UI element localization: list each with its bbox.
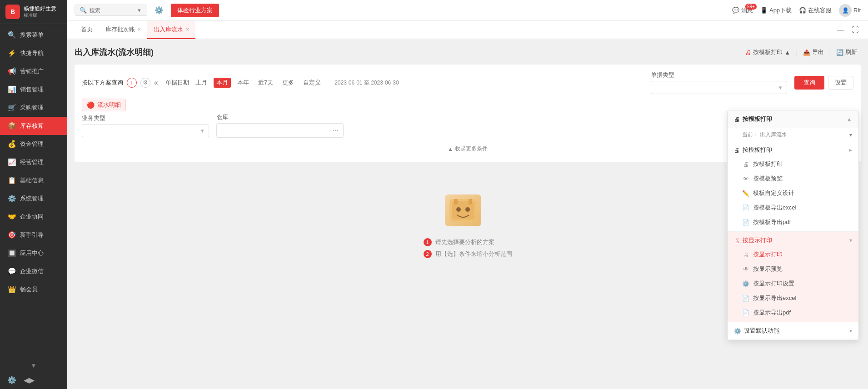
dropdown-collapse-arrow[interactable]: ▲: [846, 116, 852, 123]
sidebar-item-operations[interactable]: 📈 经营管理: [0, 153, 67, 171]
dropdown-header: 🖨 按模板打印 ▲: [728, 110, 858, 128]
display-print-section: 🖨 按显示打印 ▾ 🖨 按显示打印 👁 按显: [728, 232, 858, 322]
sidebar-item-sales[interactable]: 📊 销售管理: [0, 80, 67, 99]
sidebar-item-marketing[interactable]: 📢 营销推广: [0, 62, 67, 80]
sidebar-item-finance[interactable]: 💰 资金管理: [0, 135, 67, 153]
default-section-header[interactable]: ⚙️ 设置默认功能 ▾: [728, 324, 858, 338]
template-excel-item[interactable]: 📄 按模板导出excel: [728, 200, 858, 215]
sales-icon: 📊: [7, 85, 16, 94]
sidebar-item-label-inventory: 库存核算: [20, 122, 44, 130]
sidebar-item-quick-nav[interactable]: ⚡ 快捷导航: [0, 44, 67, 62]
topbar-search-box[interactable]: 🔍 ▾: [75, 5, 147, 16]
sidebar-item-guide[interactable]: 🎯 新手引导: [0, 226, 67, 244]
topbar-gear-icon[interactable]: ⚙️: [155, 6, 164, 15]
maximize-tab-btn[interactable]: ⛶: [850, 24, 861, 36]
trial-industry-button[interactable]: 体验行业方案: [171, 4, 219, 17]
filter-collapse-button[interactable]: «: [154, 79, 158, 87]
sidebar-scroll-down[interactable]: ▼: [0, 360, 67, 371]
date-shortcut-this-month[interactable]: 本月: [214, 78, 231, 88]
display-settings-label: 按显示打印设置: [753, 279, 794, 288]
search-dropdown-btn[interactable]: ▾: [138, 7, 141, 14]
template-excel-label: 按模板导出excel: [753, 204, 796, 212]
template-print-item[interactable]: 🖨 按模板打印: [728, 157, 858, 171]
sidebar-logo: B 畅捷通好生意 标准版: [0, 0, 67, 24]
display-settings-item[interactable]: ⚙️ 按显示打印设置: [728, 276, 858, 291]
business-type-select[interactable]: ▾: [82, 124, 209, 137]
empty-icon: [445, 194, 490, 231]
display-pdf-label: 按显示导出pdf: [753, 309, 791, 317]
topbar-right: 💬 消息 99+ 📱 App下载 🎧 在线客服 👤 Rit: [732, 4, 861, 17]
search-input[interactable]: [90, 7, 135, 14]
app-logo-icon: B: [5, 5, 20, 19]
filter-label-text: 按以下方案查询: [82, 79, 123, 87]
sidebar-nav: 🔍 搜索菜单 ⚡ 快捷导航 📢 营销推广 📊 销售管理 🛒 采购管理 📦 库存核…: [0, 24, 67, 360]
print-template-button[interactable]: 🖨 按模板打印 ▲: [742, 46, 794, 58]
messages-button[interactable]: 💬 消息 99+: [732, 6, 753, 15]
setting-button[interactable]: 设置: [828, 76, 853, 90]
tab-home[interactable]: 首页: [75, 21, 99, 39]
filter-add-button[interactable]: +: [127, 78, 137, 88]
default-function-section: ⚙️ 设置默认功能 ▾: [728, 322, 858, 340]
sidebar-item-system[interactable]: ⚙️ 系统管理: [0, 190, 67, 208]
doc-type-select[interactable]: ▾: [651, 81, 787, 94]
sidebar-item-search[interactable]: 🔍 搜索菜单: [0, 26, 67, 44]
collapse-conditions-button[interactable]: ▲ 收起更多条件: [448, 145, 488, 153]
display-section-title: 🖨 按显示打印: [734, 236, 772, 244]
export-button[interactable]: 📤 导出: [799, 46, 828, 58]
date-shortcut-this-year[interactable]: 本年: [234, 78, 252, 88]
guide-icon: 🎯: [7, 230, 16, 239]
tip-num-1: 1: [424, 238, 432, 246]
collapse-sidebar-icon[interactable]: ◀▶: [24, 376, 35, 384]
display-preview-icon: 👁: [742, 265, 749, 273]
date-shortcut-custom[interactable]: 自定义: [300, 78, 324, 88]
empty-icon-box: [445, 194, 481, 226]
tab-flow-close[interactable]: ×: [186, 26, 189, 33]
online-service-button[interactable]: 🎧 在线客服: [799, 6, 832, 15]
minimize-tab-btn[interactable]: —: [835, 24, 846, 36]
empty-tip-2: 2 用【选】条件来缩小分析范围: [424, 250, 512, 258]
refresh-button[interactable]: 🔄 刷新: [833, 46, 861, 58]
template-print-icon: 🖨: [742, 160, 749, 168]
display-section-label: 按显示打印: [743, 236, 772, 244]
query-button[interactable]: 查询: [794, 76, 824, 90]
sidebar-item-collab[interactable]: 🤝 企业协同: [0, 208, 67, 226]
display-pdf-item[interactable]: 📄 按显示导出pdf: [728, 305, 858, 320]
sidebar-bottom: ⚙️ ◀▶: [0, 371, 67, 389]
display-preview-item[interactable]: 👁 按显示预览: [728, 262, 858, 276]
date-shortcut-more[interactable]: 更多: [279, 78, 297, 88]
sidebar-item-purchase[interactable]: 🛒 采购管理: [0, 99, 67, 117]
tabs-bar: 首页 库存批次账 × 出入库流水 × — ⛶: [67, 21, 868, 39]
sidebar-item-inventory[interactable]: 📦 库存核算: [0, 117, 67, 135]
warehouse-select[interactable]: ···: [216, 123, 344, 138]
sidebar-item-label-sales: 销售管理: [20, 85, 44, 94]
sidebar-item-appcenter[interactable]: 🔲 应用中心: [0, 244, 67, 262]
template-section-header[interactable]: 🖨 按模板打印 ▸: [728, 143, 858, 157]
print-dropdown-arrow[interactable]: ▲: [784, 49, 790, 56]
page-title: 出入库流水(流水明细): [75, 47, 154, 58]
template-custom-label: 模板自定义设计: [753, 189, 794, 197]
tab-batch[interactable]: 库存批次账 ×: [99, 21, 147, 39]
template-preview-item[interactable]: 👁 按模板预览: [728, 171, 858, 186]
warehouse-more[interactable]: ···: [333, 126, 339, 135]
tab-flow[interactable]: 出入库流水 ×: [147, 21, 195, 39]
sidebar-item-member[interactable]: 👑 畅会员: [0, 280, 67, 299]
settings-icon[interactable]: ⚙️: [7, 376, 16, 384]
display-section-header[interactable]: 🖨 按显示打印 ▾: [728, 234, 858, 247]
sidebar-item-basic[interactable]: 📋 基础信息: [0, 171, 67, 190]
template-pdf-item[interactable]: 📄 按模板导出pdf: [728, 215, 858, 229]
template-section-label: 按模板打印: [743, 146, 772, 154]
tab-batch-close[interactable]: ×: [138, 26, 141, 33]
app-download-button[interactable]: 📱 App下载: [760, 6, 792, 15]
display-excel-item[interactable]: 📄 按显示导出excel: [728, 291, 858, 305]
template-custom-icon: ✏️: [742, 190, 749, 197]
date-shortcut-7days[interactable]: 近7天: [255, 78, 276, 88]
template-custom-item[interactable]: ✏️ 模板自定义设计: [728, 186, 858, 200]
display-print-item[interactable]: 🖨 按显示打印: [728, 247, 858, 262]
date-shortcut-last-month[interactable]: 上月: [193, 78, 210, 88]
template-section-icon: 🖨: [734, 147, 740, 154]
tip-text-2: 用【选】条件来缩小分析范围: [435, 250, 512, 258]
filter-settings-button[interactable]: ⚙: [140, 78, 150, 88]
sidebar-item-label-purchase: 采购管理: [20, 104, 44, 112]
user-avatar-area[interactable]: 👤 Rit: [839, 4, 861, 17]
sidebar-item-wechat[interactable]: 💬 企业微信: [0, 262, 67, 280]
